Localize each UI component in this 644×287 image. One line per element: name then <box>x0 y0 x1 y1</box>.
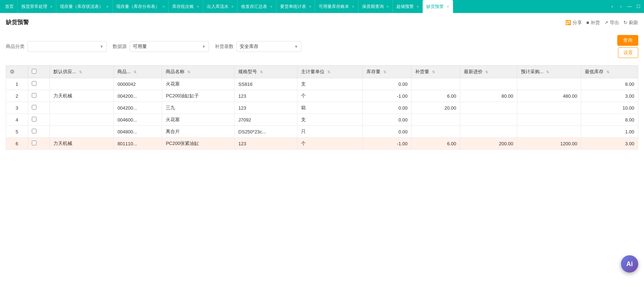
tab-flow[interactable]: 出入库流水 × <box>203 0 238 13</box>
tab-prev-button[interactable]: ‹ <box>608 4 617 9</box>
tab-close-icon[interactable]: × <box>447 4 449 9</box>
row-estimated-purchase <box>517 78 581 90</box>
tab-shortage-warning[interactable]: 缺货预警 × <box>423 0 453 13</box>
tab-current-stock-status[interactable]: 现存量（库存状况表） × <box>56 0 112 13</box>
col-min-stock[interactable]: 最低库存 ⇅ <box>581 66 638 78</box>
col-unit[interactable]: 主计量单位 ⇅ <box>297 66 363 78</box>
row-checkbox[interactable] <box>32 81 36 86</box>
row-index: 5 <box>6 126 28 138</box>
tab-home[interactable]: 首页 <box>1 0 18 13</box>
tab-close-icon[interactable]: × <box>270 4 272 9</box>
tab-close-icon[interactable]: × <box>197 4 199 9</box>
datasource-select[interactable]: 可用量 ▼ <box>130 41 209 52</box>
tab-close-icon[interactable]: × <box>387 4 389 9</box>
row-checkbox[interactable] <box>32 141 36 145</box>
row-spec: 123 <box>235 90 297 102</box>
row-supplier <box>50 126 114 138</box>
replenish-base-label: 补货基数 <box>215 43 234 50</box>
tab-current-stock-distribution[interactable]: 现存量（库存分布表） × <box>113 0 169 13</box>
col-spec-label: 规格型号 <box>238 69 257 74</box>
ai-badge-button[interactable]: Ai <box>621 255 638 273</box>
page-title: 缺货预警 <box>6 19 29 26</box>
gear-icon[interactable]: ⚙ <box>10 69 14 75</box>
col-product-name[interactable]: 商品名称 ⇅ <box>162 66 235 78</box>
tab-close-icon[interactable]: × <box>417 4 419 9</box>
sort-icon: ⇅ <box>79 70 82 74</box>
select-all-checkbox[interactable] <box>32 69 36 74</box>
col-replenish-qty[interactable]: 补货量 ⇅ <box>412 66 460 78</box>
row-unit: 箱 <box>297 102 363 114</box>
tab-next-button[interactable]: › <box>617 4 625 9</box>
tab-close-icon[interactable]: × <box>352 4 354 9</box>
tab-expiry-query[interactable]: 保质期查询 × <box>358 0 393 13</box>
tab-close-icon[interactable]: × <box>309 4 311 9</box>
tab-available-ledger[interactable]: 可用量库存账本 × <box>315 0 358 13</box>
col-stock-qty[interactable]: 库存量 ⇅ <box>363 66 412 78</box>
col-unit-label: 主计量单位 <box>301 69 325 74</box>
table-row: 1 0000042 火花塞 SS816 支 0.00 8.00 <box>6 78 638 90</box>
table-row: 5 004800... 离合片 DS250*23c... 只 0.00 1.00 <box>6 126 638 138</box>
row-estimated-purchase: 480.00 <box>517 90 581 102</box>
row-supplier: 力天机械 <box>50 90 114 102</box>
col-spec[interactable]: 规格型号 ⇅ <box>235 66 297 78</box>
row-checkbox[interactable] <box>32 129 36 133</box>
chevron-down-icon: ▼ <box>294 44 298 49</box>
sort-icon: ⇅ <box>134 70 136 74</box>
category-select[interactable]: ▼ <box>27 41 107 52</box>
row-stock-qty: 0.00 <box>363 126 412 138</box>
row-product-code: 0000042 <box>114 78 162 90</box>
tab-close-icon[interactable]: × <box>231 4 234 9</box>
tab-close-icon[interactable]: × <box>162 4 165 9</box>
tab-close-icon[interactable]: × <box>106 4 108 9</box>
row-stock-qty: -1.00 <box>363 138 412 150</box>
row-checkbox[interactable] <box>32 105 36 110</box>
row-estimated-purchase <box>517 102 581 114</box>
table-row: 4 004600... 火花塞 J7092 支 0.00 8.00 <box>6 114 638 126</box>
sort-icon: ⇅ <box>187 70 190 74</box>
tab-bar: 首页 拣货异常处理 × 现存量（库存状况表） × 现存量（库存分布表） × 库存… <box>0 0 644 13</box>
sort-icon: ⇅ <box>327 70 330 74</box>
tab-overstock[interactable]: 超储预警 × <box>393 0 423 13</box>
row-latest-price <box>460 78 517 90</box>
row-latest-price <box>460 102 517 114</box>
col-estimated-label: 预计采购... <box>521 69 544 74</box>
col-product-code[interactable]: 商品... ⇅ <box>114 66 162 78</box>
table-body: 1 0000042 火花塞 SS816 支 0.00 8.00 2 力天机械 0… <box>6 78 638 150</box>
row-estimated-purchase: 1200.00 <box>517 138 581 150</box>
row-stock-qty: 0.00 <box>363 78 412 90</box>
tab-inventory-batch[interactable]: 库存批次账 × <box>169 0 203 13</box>
col-default-supplier[interactable]: 默认供应... ⇅ <box>50 66 114 78</box>
row-replenish-qty: 20.00 <box>412 102 460 114</box>
tab-minimize-button[interactable]: ― <box>625 4 634 9</box>
replenish-base-select[interactable]: 安全库存 ▼ <box>236 41 301 52</box>
row-product-name: 离合片 <box>162 126 235 138</box>
export-button[interactable]: ↗ 导出 <box>604 19 619 26</box>
row-min-stock: 1.00 <box>581 126 638 138</box>
row-latest-price: 200.00 <box>460 138 517 150</box>
tab-picking-exception[interactable]: 拣货异常处理 × <box>18 0 56 13</box>
row-checkbox[interactable] <box>32 93 36 98</box>
row-checkbox[interactable] <box>32 117 36 122</box>
col-estimated-purchase[interactable]: 预计采购... ⇅ <box>517 66 581 78</box>
page-content: 缺货预警 🔁 分享 ■ 补货 ↗ 导出 ↻ 刷新 商品分类 <box>0 13 644 287</box>
row-min-stock: 8.00 <box>581 78 638 90</box>
row-index: 1 <box>6 78 28 90</box>
tab-close-icon[interactable]: × <box>50 4 52 9</box>
row-spec: DS250*23c... <box>235 126 297 138</box>
tab-maximize-button[interactable]: ☐ <box>634 4 643 9</box>
row-unit: 只 <box>297 126 363 138</box>
chevron-down-icon: ▼ <box>202 44 206 49</box>
row-estimated-purchase <box>517 126 581 138</box>
col-latest-price[interactable]: 最新进价 ⇅ <box>460 66 517 78</box>
settings-button[interactable]: 设置 <box>618 47 638 58</box>
col-settings[interactable]: ⚙ <box>6 66 28 78</box>
query-button[interactable]: 查询 <box>617 35 638 46</box>
tab-requisition[interactable]: 要货单统计表 × <box>277 0 315 13</box>
row-stock-qty: 0.00 <box>363 102 412 114</box>
row-replenish-qty <box>412 126 460 138</box>
refresh-button[interactable]: ↻ 刷新 <box>623 19 638 26</box>
replenish-button[interactable]: ■ 补货 <box>586 19 600 26</box>
tab-summary[interactable]: 收发存汇总表 × <box>238 0 276 13</box>
share-button[interactable]: 🔁 分享 <box>565 19 582 26</box>
header-actions: 🔁 分享 ■ 补货 ↗ 导出 ↻ 刷新 <box>565 19 638 26</box>
